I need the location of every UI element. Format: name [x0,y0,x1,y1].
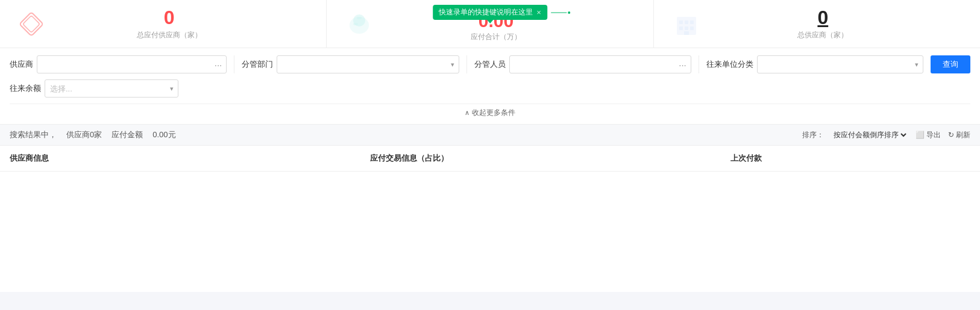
svg-rect-8 [685,20,688,24]
tooltip-text: 快速录单的快捷键说明在这里 [439,7,533,17]
person-dots-icon[interactable]: ··· [679,60,686,70]
divider-1 [234,55,234,73]
summary-item-total-suppliers: 0 总供应商（家） [654,0,980,48]
filter-row-2: 往来余额 ▾ [10,79,970,98]
col-lastpay-header: 上次付款 [730,153,971,164]
table-header: 供应商信息 应付交易信息（占比） 上次付款 [0,146,980,172]
export-label: 导出 [926,130,941,140]
summary-item-payable-suppliers: 0 总应付供应商（家） [0,0,327,48]
amount-value: 0.00元 [152,129,175,140]
table-body [0,172,980,292]
unit-category-input[interactable] [757,55,923,73]
refresh-label: 刷新 [956,130,970,140]
export-icon: ⬜ [916,131,925,139]
refresh-button[interactable]: ↻ 刷新 [948,130,970,140]
balance-input-wrap: ▾ [45,79,178,98]
col-supplier-header: 供应商信息 [10,153,370,164]
divider-3 [699,55,699,73]
supplier-dots-icon[interactable]: ··· [215,60,222,70]
query-button[interactable]: 查询 [931,55,970,73]
svg-rect-10 [679,26,683,30]
payable-suppliers-number: 0 [164,7,175,28]
divider-2 [466,55,467,73]
filter-bar: 供应商 ··· 分管部门 ▾ 分管人员 ··· [0,48,980,125]
supplier-input[interactable] [37,55,227,73]
result-bar: 搜索结果中， 供应商0家 应付金额 0.00元 排序： 按应付会额倒序排序 ⬜ … [0,125,980,146]
quick-entry-tooltip: 快速录单的快捷键说明在这里 × [433,5,547,20]
total-suppliers-number: 0 [817,7,828,28]
svg-rect-9 [690,20,694,24]
department-input[interactable] [277,55,459,73]
filter-person: 分管人员 ··· [474,55,691,73]
chevron-up-icon: ∧ [465,109,470,117]
result-bar-left: 搜索结果中， 供应商0家 应付金额 0.00元 [10,129,176,140]
filter-row-1: 供应商 ··· 分管部门 ▾ 分管人员 ··· [10,55,970,73]
person-label: 分管人员 [474,59,506,70]
filter-supplier: 供应商 ··· [10,55,227,73]
svg-rect-12 [690,26,694,30]
person-input-wrap: ··· [509,55,691,73]
total-suppliers-label: 总供应商（家） [797,30,848,40]
unit-category-input-wrap: ▾ [757,55,923,73]
department-label: 分管部门 [242,59,273,70]
collapse-button[interactable]: ∧ 收起更多条件 [10,104,970,124]
svg-rect-11 [685,26,688,30]
unit-category-chevron-icon[interactable]: ▾ [915,61,919,69]
sort-label: 排序： [802,130,824,140]
unit-category-label: 往来单位分类 [706,59,753,70]
svg-rect-7 [679,20,683,24]
export-button[interactable]: ⬜ 导出 [916,130,941,140]
diamond-icon [18,11,45,37]
supplier-count-text: 供应商0家 [66,129,102,140]
balance-input[interactable] [45,79,178,98]
department-chevron-icon[interactable]: ▾ [451,61,454,69]
payable-suppliers-label: 总应付供应商（家） [137,30,202,40]
filter-balance: 往来余额 ▾ [10,79,178,98]
filter-unit-category: 往来单位分类 ▾ [706,55,923,73]
svg-rect-5 [357,17,362,19]
balance-label: 往来余额 [10,83,41,94]
tooltip-close-icon[interactable]: × [536,8,541,17]
svg-rect-13 [684,31,689,35]
summary-bar: 0 总应付供应商（家） 快速录单的快捷键说明在这里 × 0.00 应付合计（万） [0,0,980,48]
department-input-wrap: ▾ [277,55,459,73]
col-transaction-header: 应付交易信息（占比） [370,153,730,164]
payable-total-label: 应付合计（万） [471,32,521,42]
person-input[interactable] [509,55,691,73]
supplier-input-wrap: ··· [37,55,227,73]
sort-select[interactable]: 按应付会额倒序排序 [831,130,908,140]
collapse-label: 收起更多条件 [472,108,515,118]
search-result-text: 搜索结果中， [10,129,57,140]
filter-department: 分管部门 ▾ [242,55,459,73]
refresh-icon: ↻ [948,131,954,139]
summary-item-payable-total: 快速录单的快捷键说明在这里 × 0.00 应付合计（万） [327,0,653,48]
amount-label: 应付金额 [112,129,143,140]
result-bar-right: 排序： 按应付会额倒序排序 ⬜ 导出 ↻ 刷新 [802,130,970,140]
balance-chevron-icon[interactable]: ▾ [170,85,174,93]
building-icon [672,12,701,36]
supplier-label: 供应商 [10,59,33,70]
piggy-icon [345,10,374,39]
svg-point-4 [353,23,358,25]
